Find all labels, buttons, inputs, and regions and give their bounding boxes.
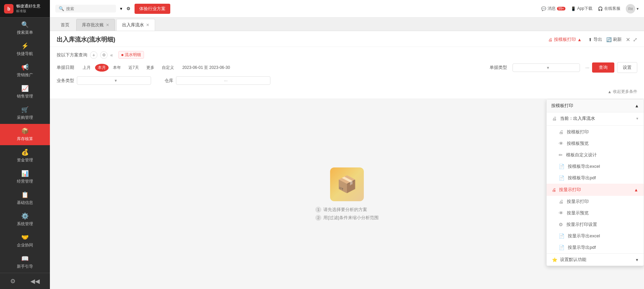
tab-home[interactable]: 首页 bbox=[55, 19, 75, 31]
message-icon: 💬 bbox=[541, 6, 546, 11]
search-by-label: 按以下方案查询 bbox=[57, 52, 87, 58]
sidebar-item-shortcut[interactable]: ⚡ 快捷导航 bbox=[0, 39, 50, 60]
add-scheme-button[interactable]: + bbox=[90, 51, 97, 59]
dropdown-display-pdf[interactable]: 📄 按显示导出pdf bbox=[547, 242, 644, 253]
dropdown-current-item[interactable]: 🖨 当前：出入库流水 ▾ bbox=[547, 112, 644, 125]
doc-type-select[interactable]: ▾ bbox=[513, 63, 580, 72]
online-service-item[interactable]: 🎧 在线客服 bbox=[598, 6, 620, 11]
biz-type-select[interactable]: ▾ bbox=[77, 76, 151, 85]
biz-type-dropdown-icon: ▾ bbox=[115, 78, 148, 83]
date-btn-this-year[interactable]: 本年 bbox=[110, 64, 124, 72]
sidebar-settings-icon[interactable]: ⚙ bbox=[10, 278, 16, 285]
date-btn-more[interactable]: 更多 bbox=[143, 64, 157, 72]
divider-1 bbox=[547, 125, 644, 126]
service-icon: 🎧 bbox=[598, 6, 603, 11]
topbar-search-wrap[interactable]: 🔍 bbox=[55, 5, 116, 12]
collapse-button[interactable]: ▲ 收起更多条件 bbox=[608, 89, 637, 95]
dropdown-template-print[interactable]: 🖨 按模板打印 bbox=[547, 126, 644, 138]
dropdown-template-pdf[interactable]: 📄 按模板导出pdf bbox=[547, 172, 644, 184]
tab-batch-close[interactable]: ✕ bbox=[106, 23, 109, 27]
sidebar-item-marketing[interactable]: 📢 营销推广 bbox=[0, 60, 50, 81]
dropdown-display-preview[interactable]: 👁 按显示预览 bbox=[547, 207, 644, 219]
dropdown-header: 按模板打印 ▲ bbox=[547, 99, 644, 112]
display-section-label: 按显示打印 bbox=[559, 187, 581, 193]
scheme-settings-button[interactable]: ⚙ bbox=[100, 51, 108, 59]
user-dropdown-icon: ▾ bbox=[637, 6, 639, 11]
current-item-icon: 🖨 bbox=[552, 116, 557, 121]
filter-row-3: 业务类型 ▾ 仓库 ··· bbox=[57, 76, 637, 85]
date-btn-custom[interactable]: 自定义 bbox=[159, 64, 177, 72]
topbar-dropdown-icon[interactable]: ▾ bbox=[120, 6, 122, 11]
purchase-nav-icon: 🛒 bbox=[21, 106, 29, 113]
dropdown-display-section[interactable]: 🖨 按显示打印 ▲ bbox=[547, 184, 644, 196]
sidebar-item-label: 营销推广 bbox=[17, 72, 33, 78]
filter-chip-tag[interactable]: 流水明细 bbox=[118, 51, 144, 59]
hint-num-2: 2 bbox=[315, 215, 321, 221]
sidebar-collapse-icon[interactable]: ◀◀ bbox=[30, 278, 40, 285]
gear-icon: ⚙ bbox=[102, 53, 106, 57]
tab-batch[interactable]: 库存批次账 ✕ bbox=[76, 19, 115, 31]
sidebar-item-basic[interactable]: 📋 基础信息 bbox=[0, 188, 50, 209]
sidebar-item-guide[interactable]: 📖 新手引导 bbox=[0, 252, 50, 273]
sidebar-item-purchase[interactable]: 🛒 采购管理 bbox=[0, 103, 50, 124]
dropdown-template-excel[interactable]: 📄 按模板导出excel bbox=[547, 161, 644, 172]
refresh-icon: 🔄 bbox=[606, 37, 612, 42]
sidebar-item-finance[interactable]: 💰 资金管理 bbox=[0, 145, 50, 166]
display-section-icon: 🖨 bbox=[552, 187, 556, 192]
display-pdf-label: 按显示导出pdf bbox=[568, 244, 596, 251]
query-button[interactable]: 查询 bbox=[592, 62, 614, 73]
display-excel-icon: 📄 bbox=[559, 233, 564, 239]
date-btn-last-month[interactable]: 上月 bbox=[80, 64, 94, 72]
trial-button[interactable]: 体验行业方案 bbox=[135, 4, 170, 14]
display-print-icon: 🖨 bbox=[559, 199, 563, 204]
page-header: 出入库流水(流水明细) 🖨 按模板打印 ▲ ⬆ 导出 🔄 刷新 bbox=[50, 31, 644, 47]
date-btn-this-month[interactable]: 本月 bbox=[95, 64, 109, 72]
date-btn-7days[interactable]: 近7天 bbox=[125, 64, 142, 72]
sidebar-item-cooperation[interactable]: 🤝 企业协同 bbox=[0, 230, 50, 252]
app-logo-icon: b bbox=[4, 4, 13, 14]
app-name-area: 畅捷通好生意 标准版 bbox=[16, 4, 40, 14]
refresh-button[interactable]: 🔄 刷新 bbox=[606, 36, 622, 43]
topbar-settings-icon[interactable]: ⚙ bbox=[126, 6, 130, 11]
sidebar-item-system[interactable]: ⚙️ 系统管理 bbox=[0, 209, 50, 230]
doc-type-label: 单据类型 bbox=[490, 64, 507, 71]
topbar-search-input[interactable] bbox=[66, 6, 107, 11]
tab-flow[interactable]: 出入库流水 ✕ bbox=[116, 19, 155, 31]
template-excel-label: 按模板导出excel bbox=[568, 163, 600, 169]
user-avatar-item[interactable]: Rit ▾ bbox=[626, 4, 639, 14]
export-button[interactable]: ⬆ 导出 bbox=[588, 36, 602, 43]
sidebar-item-inventory[interactable]: 📦 库存核算 bbox=[0, 124, 50, 145]
warehouse-more-icon: ··· bbox=[224, 78, 267, 83]
window-close-icon[interactable]: ✕ bbox=[626, 36, 630, 43]
sidebar-item-label: 快捷导航 bbox=[17, 51, 33, 57]
setting-button[interactable]: 设置 bbox=[617, 62, 637, 73]
warehouse-select[interactable]: ··· bbox=[176, 76, 270, 85]
more-options-icon[interactable]: ··· bbox=[585, 65, 589, 70]
dropdown-template-customize[interactable]: ✏ 模板自定义设计 bbox=[547, 149, 644, 161]
dropdown-collapse-icon[interactable]: ▲ bbox=[635, 103, 639, 108]
window-expand-icon[interactable]: ⤢ bbox=[633, 36, 637, 43]
tab-flow-close[interactable]: ✕ bbox=[146, 23, 149, 27]
topbar: 🔍 ▾ ⚙ 体验行业方案 💬 消息 99+ 📱 App下载 🎧 在线客服 Rit bbox=[50, 0, 644, 18]
dropdown-display-print-settings[interactable]: ⚙ 按显示打印设置 bbox=[547, 219, 644, 230]
display-print-settings-icon: ⚙ bbox=[559, 222, 563, 227]
warehouse-item: 仓库 ··· bbox=[165, 76, 270, 85]
hint-num-1: 1 bbox=[315, 207, 321, 213]
dropdown-display-print[interactable]: 🖨 按显示打印 bbox=[547, 196, 644, 207]
sidebar-item-label: 搜索菜单 bbox=[17, 30, 33, 35]
message-item[interactable]: 💬 消息 99+ bbox=[541, 6, 565, 11]
sidebar-item-label: 基础信息 bbox=[17, 200, 33, 206]
app-download-item[interactable]: 📱 App下载 bbox=[571, 6, 592, 11]
sidebar-item-label: 销售管理 bbox=[17, 94, 33, 99]
sidebar-item-search[interactable]: 🔍 搜索菜单 bbox=[0, 18, 50, 39]
topbar-right: 💬 消息 99+ 📱 App下载 🎧 在线客服 Rit ▾ bbox=[541, 4, 639, 14]
print-template-button[interactable]: 🖨 按模板打印 ▲ bbox=[546, 35, 584, 44]
sidebar-item-operations[interactable]: 📊 经营管理 bbox=[0, 166, 50, 188]
template-pdf-label: 按模板导出pdf bbox=[568, 175, 596, 181]
dropdown-template-preview[interactable]: 👁 按模板预览 bbox=[547, 138, 644, 149]
page-actions: 🖨 按模板打印 ▲ ⬆ 导出 🔄 刷新 bbox=[546, 35, 622, 44]
scheme-collapse-icon[interactable]: « bbox=[110, 52, 113, 58]
sidebar-item-sales[interactable]: 📈 销售管理 bbox=[0, 81, 50, 103]
dropdown-set-default[interactable]: ⭐ 设置默认功能 ▾ bbox=[547, 253, 644, 266]
dropdown-display-excel[interactable]: 📄 按显示导出excel bbox=[547, 230, 644, 242]
